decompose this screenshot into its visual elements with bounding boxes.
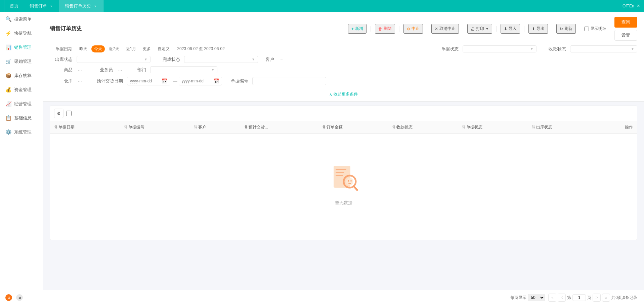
stop-label: 中止: [412, 26, 420, 32]
th-bill-no[interactable]: ⇅ 单据编号: [120, 121, 190, 134]
sidebar-item-quick-nav-label: 快捷导航: [14, 30, 32, 36]
receipt-status-arrow: ▼: [631, 47, 634, 51]
stop-button[interactable]: ⊘ 中止: [403, 24, 423, 34]
refresh-button[interactable]: ↻ 刷新: [556, 24, 576, 34]
th-bill-no-label: ⇅ 单据编号: [124, 125, 144, 129]
export-button[interactable]: ⬆ 导出: [528, 24, 548, 34]
table-settings-icon[interactable]: ⚙: [54, 109, 63, 118]
tab-sales-order[interactable]: 销售订单 ×: [24, 0, 59, 12]
sidebar-item-operation-mgmt[interactable]: 📈 经营管理: [0, 97, 43, 111]
complete-status-select[interactable]: ▼: [184, 56, 258, 63]
date-btn-7days[interactable]: 近7天: [106, 45, 122, 52]
date-btn-more[interactable]: 更多: [140, 45, 154, 52]
tab-sales-order-label: 销售订单: [30, 3, 47, 9]
th-bill-date[interactable]: ⇅ 单据日期: [50, 121, 120, 134]
delete-button[interactable]: 🗑 删除: [375, 24, 395, 34]
sidebar-item-base-info[interactable]: 📋 基础信息: [0, 111, 43, 125]
collapse-row: ∧ 收起更多条件: [50, 89, 637, 99]
first-page-btn[interactable]: «: [548, 294, 556, 302]
top-tabs: 首页 销售订单 × 销售订单历史 ×: [4, 0, 103, 12]
th-customer[interactable]: ⇅ 客户: [190, 121, 240, 134]
sidebar-item-inventory-check[interactable]: 📦 库存核算: [0, 69, 43, 83]
sidebar: 🔍 搜索菜单 ⚡ 快捷导航 📊 销售管理 🛒 采购管理 📦 库存核算 💰 资金管…: [0, 12, 43, 305]
tab-sales-order-close[interactable]: ×: [49, 4, 54, 8]
bill-status-select[interactable]: ▼: [463, 45, 536, 52]
bill-no-input[interactable]: [252, 77, 326, 85]
page-size-select[interactable]: 50 10 20 100: [528, 294, 545, 301]
divider-3: [427, 26, 427, 32]
tab-sales-order-history[interactable]: 销售订单历史 ×: [59, 0, 103, 12]
table-container: ⚙ ⇅ 单据日期 ⇅ 单据编号 ⇅ 客户: [50, 106, 637, 240]
page-unit: 页: [587, 295, 591, 301]
next-page-btn[interactable]: >: [593, 294, 601, 302]
sidebar-item-search-menu-label: 搜索菜单: [14, 16, 32, 22]
th-order-amount[interactable]: ⇅ 订单金额: [318, 121, 388, 134]
sidebar-item-purchase-mgmt[interactable]: 🛒 采购管理: [0, 54, 43, 69]
query-button[interactable]: 查询: [614, 17, 637, 28]
empty-state: 暂无数据: [50, 134, 637, 233]
divider-7: [552, 26, 552, 32]
sidebar-item-base-info-label: 基础信息: [14, 115, 32, 121]
top-close-icon[interactable]: ×: [637, 3, 640, 9]
sidebar-item-quick-nav[interactable]: ⚡ 快捷导航: [0, 26, 43, 40]
stop-icon: ⊘: [407, 27, 410, 31]
delivery-date-to-group[interactable]: 📅: [179, 77, 222, 85]
calendar-from-icon: 📅: [162, 78, 167, 84]
svg-rect-1: [336, 169, 346, 170]
sidebar-item-system-mgmt[interactable]: ⚙️ 系统管理: [0, 125, 43, 139]
sidebar-bottom-collapse[interactable]: ◀: [16, 294, 23, 301]
sidebar-item-sales-mgmt[interactable]: 📊 销售管理: [0, 40, 43, 54]
out-status-select[interactable]: ▼: [77, 56, 151, 63]
import-icon: ⬇: [504, 27, 507, 31]
print-button[interactable]: 🖨 打印 ▼: [467, 24, 492, 34]
new-button[interactable]: + 新增: [348, 24, 367, 34]
tab-sales-order-history-close[interactable]: ×: [93, 4, 98, 8]
bill-status-arrow: ▼: [530, 47, 533, 51]
department-select[interactable]: ▼: [150, 66, 217, 73]
bill-no-label: 单据编号: [229, 78, 252, 84]
delivery-date-from-group[interactable]: 📅: [127, 77, 170, 85]
delivery-date-from-input[interactable]: [130, 79, 160, 83]
date-filter-label: 单据日期: [50, 46, 77, 52]
display-detail-checkbox[interactable]: [584, 27, 589, 31]
sidebar-item-search-menu[interactable]: 🔍 搜索菜单: [0, 12, 43, 26]
sidebar-item-finance-mgmt-label: 资金管理: [14, 87, 32, 93]
refresh-label: 刷新: [564, 26, 572, 32]
th-out-status[interactable]: ⇅ 出库状态: [528, 121, 598, 134]
salesperson-label: 业务员: [97, 67, 117, 73]
salesperson-dots[interactable]: ···: [117, 67, 124, 73]
date-btn-1month[interactable]: 近1月: [123, 45, 139, 52]
date-btn-custom[interactable]: 自定义: [155, 45, 172, 52]
prev-page-icon: <: [561, 295, 563, 300]
sidebar-bottom-settings[interactable]: ⚙: [5, 294, 12, 301]
first-page-icon: «: [551, 295, 554, 300]
th-expected-delivery[interactable]: ⇅ 预计交货...: [240, 121, 318, 134]
tab-home[interactable]: 首页: [4, 0, 24, 12]
toolbar: + 新增 🗑 删除 ⊘ 中止 ✕: [348, 17, 637, 41]
settings-button[interactable]: 设置: [614, 30, 637, 41]
receipt-status-select[interactable]: ▼: [570, 45, 637, 52]
page-number-input[interactable]: [572, 294, 586, 301]
collapse-button[interactable]: ∧ 收起更多条件: [328, 90, 359, 99]
select-all-checkbox[interactable]: [66, 111, 72, 116]
prev-page-btn[interactable]: <: [558, 294, 566, 302]
customer-dots[interactable]: ···: [278, 57, 285, 62]
display-detail-toggle[interactable]: 显示明细: [584, 26, 606, 32]
last-page-btn[interactable]: »: [602, 294, 610, 302]
sidebar-item-finance-mgmt[interactable]: 💰 资金管理: [0, 83, 43, 97]
th-receipt-status[interactable]: ⇅ 收款状态: [388, 121, 458, 134]
department-label: 部门: [137, 67, 150, 73]
goods-dots[interactable]: ···: [77, 67, 83, 73]
cancel-stop-button[interactable]: ✕ 取消中止: [431, 24, 459, 34]
finance-mgmt-icon: 💰: [5, 87, 11, 93]
date-btn-yesterday[interactable]: 昨天: [77, 45, 90, 52]
th-bill-status-label: ⇅ 单据状态: [462, 125, 482, 129]
divider-5: [496, 26, 497, 32]
page-label: 第: [567, 295, 571, 301]
delivery-date-label: 预计交货日期: [97, 78, 127, 84]
date-btn-today[interactable]: 今天: [91, 45, 105, 52]
warehouse-dots[interactable]: ···: [77, 78, 83, 84]
delivery-date-to-input[interactable]: [182, 79, 212, 83]
import-button[interactable]: ⬇ 导入: [501, 24, 520, 34]
th-bill-status[interactable]: ⇅ 单据状态: [458, 121, 528, 134]
